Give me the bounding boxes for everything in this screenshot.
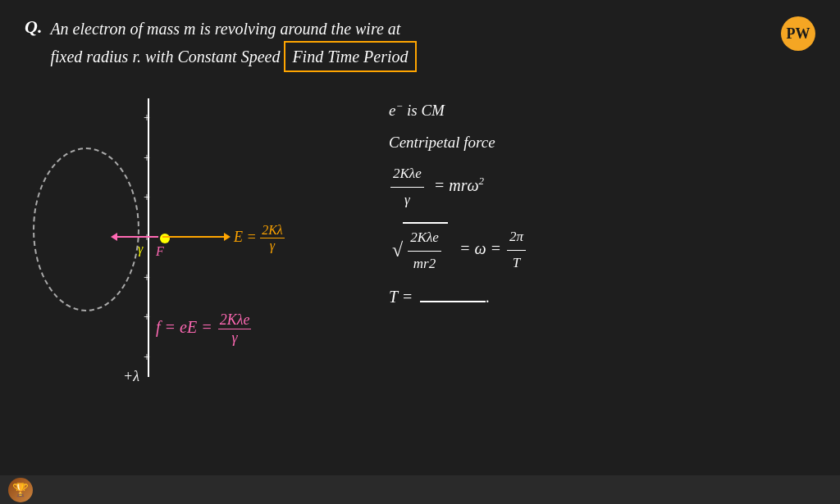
squared: 2	[479, 175, 485, 187]
sqrt-symbol: √	[392, 240, 403, 260]
plus-mark: +	[144, 311, 150, 324]
plus-mark: +	[144, 271, 150, 284]
plus-mark: +	[144, 152, 150, 165]
question-line1: An electron of mass m is revolving aroun…	[50, 20, 400, 38]
plus-mark: +	[144, 111, 150, 125]
sqrt-content: 2Kλe mr2	[403, 222, 448, 278]
solution-area: e− is CM Centripetal force 2Kλe γ = mrω2…	[389, 98, 824, 306]
question-text: An electron of mass m is revolving aroun…	[50, 16, 815, 72]
question-header: Q. An electron of mass m is revolving ar…	[25, 16, 815, 72]
sqrt-expression: √ 2Kλe mr2	[392, 222, 448, 278]
em-is-cm-line: e− is CM	[389, 98, 824, 124]
answer-blank	[420, 301, 486, 302]
centripetal-force-label: Centripetal force	[389, 130, 824, 155]
pw-logo: PW	[781, 16, 815, 51]
f-equation: f = eE = 2Kλe γ	[156, 311, 251, 347]
gamma-diagram-label: γ	[138, 242, 143, 257]
T-den: T	[510, 251, 523, 276]
find-time-period-highlight: Find Time Period	[284, 41, 416, 72]
equation-1: 2Kλe γ = mrω2	[389, 161, 824, 212]
numerator: 2Kλe	[390, 161, 424, 188]
trophy-icon: 🏆	[8, 478, 33, 502]
force-label: F	[156, 244, 164, 259]
question-line2: fixed radius r. with Constant Speed	[50, 48, 280, 66]
diagram-area: + + + + + + + +λ E = 2Kλ γ F γ	[16, 98, 328, 393]
orbit-ellipse	[33, 148, 139, 311]
fraction-2kle-gamma: 2Kλe γ	[390, 161, 424, 212]
e-field-label: E = 2Kλ γ	[234, 223, 285, 253]
superscript-minus: −	[395, 100, 403, 112]
equation-2: √ 2Kλe mr2 = ω = 2π T	[389, 222, 824, 278]
sqrt-den: mr2	[411, 252, 438, 277]
plus-marks: + + + + + + +	[144, 98, 150, 377]
bottom-bar: 🏆	[0, 475, 840, 504]
lambda-label: +λ	[123, 368, 139, 385]
q-label: Q.	[25, 16, 42, 38]
denominator: γ	[402, 188, 413, 213]
two-pi: 2π	[507, 225, 526, 251]
fraction-sqrt: 2Kλe mr2	[408, 225, 441, 276]
plus-mark: +	[144, 351, 150, 364]
fraction-2pi-T: 2π T	[507, 225, 526, 275]
sqrt-num: 2Kλe	[408, 225, 441, 252]
t-answer: T = .	[389, 288, 824, 306]
force-arrow	[113, 236, 158, 238]
t-equals-label: T =	[389, 288, 413, 306]
main-content: Q. An electron of mass m is revolving ar…	[0, 0, 840, 475]
electron-dot	[160, 234, 170, 243]
plus-mark: +	[144, 191, 150, 204]
e-field-arrow	[162, 236, 228, 238]
